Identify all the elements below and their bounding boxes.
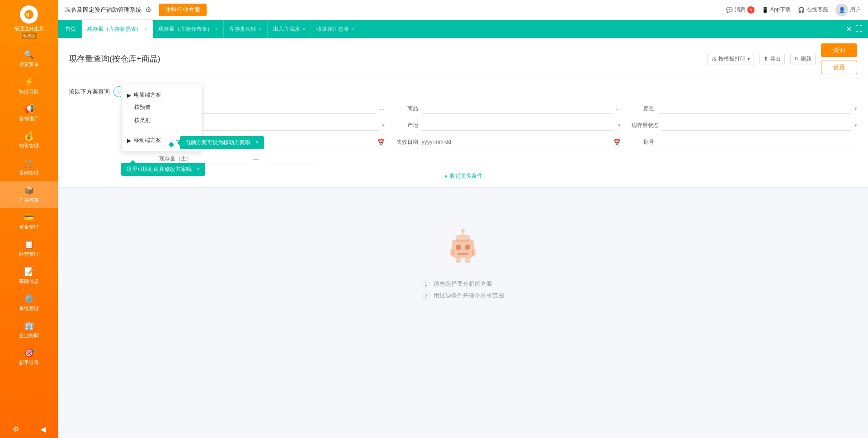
warehouse-dots[interactable]: ··· [379, 105, 385, 113]
tab-inventory-status-label: 现存量（库存状况表） [87, 25, 142, 33]
sidebar-collapse-btn[interactable]: ◀ [40, 425, 46, 433]
sidebar-item-operations[interactable]: 📋 经营管理 [0, 235, 58, 262]
topbar-plan-button[interactable]: 体验行业方案 [159, 4, 207, 16]
color-chevron-icon: ▾ [854, 106, 857, 112]
dot-indicator [169, 142, 174, 147]
purchase-icon: 🛒 [24, 158, 34, 168]
finance-icon: 💳 [24, 212, 34, 222]
query-button[interactable]: 查询 [821, 43, 857, 57]
sidebar-footer: ⚙ ◀ [0, 420, 58, 438]
tab-inventory-status[interactable]: 现存量（库存状况表） × [82, 20, 153, 38]
tooltip2-text: 这里可以创建和修改方案哦 [127, 166, 192, 172]
sidebar-item-sales[interactable]: 💰 销售管理 [0, 127, 58, 154]
app-download-item[interactable]: 📱 App下载 [762, 6, 791, 14]
origin-chevron-icon: ▾ [618, 122, 621, 128]
scheme-section-pc-header[interactable]: ▶ 电脑端方案 [122, 89, 202, 101]
online-support-item[interactable]: 🎧 在线客服 [798, 6, 828, 14]
tab-batch[interactable]: 库存批次账 × [224, 20, 268, 38]
tab-receive-summary-label: 收发存汇总表 [316, 25, 349, 33]
print-button[interactable]: 🖨 按模板打印 ▾ [707, 53, 754, 65]
filter-label: 按以下方案查询 [69, 88, 110, 96]
sidebar-label-inventory: 库存核算 [19, 197, 39, 203]
tab-home-label: 首页 [65, 25, 76, 33]
product-dots[interactable]: ··· [616, 105, 621, 113]
svg-point-12 [461, 229, 465, 232]
tabbar-close-all-icon[interactable]: ✕ [846, 25, 852, 33]
collapse-button[interactable]: ∧ 收起更多条件 [444, 172, 482, 180]
origin-select[interactable] [422, 120, 615, 131]
sidebar-item-guide[interactable]: 🎯 新手引导 [0, 344, 58, 371]
warehouse-select[interactable] [185, 104, 376, 114]
sidebar-label-sales: 销售管理 [19, 142, 39, 149]
tab-inventory-dist-close[interactable]: × [215, 27, 218, 32]
main-content: 装备及固定资产辅助管理系统 ⚙ 体验行业方案 💬 消息 8 📱 App下载 🎧 … [58, 0, 868, 438]
app-download-label: App下载 [770, 6, 791, 14]
sidebar-item-quick-nav[interactable]: ⚡ 快捷导航 [0, 72, 58, 99]
quick-nav-icon: ⚡ [24, 77, 34, 87]
chevron-up-icon: ∧ [444, 173, 448, 179]
sidebar-item-search[interactable]: 🔍 搜索菜单 [0, 45, 58, 72]
tab-inventory-status-close[interactable]: × [144, 27, 147, 32]
refresh-label: 刷新 [801, 55, 811, 63]
batch-input[interactable] [658, 137, 857, 147]
calendar-icon-2[interactable]: 📅 [613, 139, 621, 146]
sidebar-item-marketing[interactable]: 📢 营销推广 [0, 99, 58, 127]
tab-inout[interactable]: 出入库流水 × [268, 20, 311, 38]
tab-receive-summary[interactable]: 收发存汇总表 × [311, 20, 360, 38]
product-input[interactable] [422, 104, 612, 114]
sidebar-label-quick-nav: 快捷导航 [19, 88, 39, 95]
tooltip1-close[interactable]: × [255, 139, 259, 146]
stock-status-select[interactable] [662, 120, 851, 131]
scheme-item-category[interactable]: 按类别 [122, 114, 202, 127]
phone-icon: 📱 [762, 7, 769, 13]
export-button[interactable]: ⬆ 导出 [760, 53, 785, 65]
filter-expire-date: 失效日期 📅 [396, 137, 621, 147]
sidebar-item-system[interactable]: ⚙️ 系统管理 [0, 289, 58, 316]
sidebar-logo: 6 畅通道好生意 标准版 [0, 0, 58, 45]
topbar: 装备及固定资产辅助管理系统 ⚙ 体验行业方案 💬 消息 8 📱 App下载 🎧 … [58, 0, 868, 20]
filter-batch: 批号 [632, 137, 857, 147]
calendar-icon-1[interactable]: 📅 [377, 139, 385, 146]
scheme-item-warning[interactable]: 按预警 [122, 101, 202, 114]
user-label: 用户 [850, 6, 861, 14]
svg-point-5 [465, 245, 470, 250]
tab-batch-close[interactable]: × [259, 27, 262, 32]
filter-product: 商品 ··· [396, 104, 621, 114]
tabbar-expand-icon[interactable]: ⛶ [855, 25, 863, 33]
tab-inout-close[interactable]: × [303, 27, 306, 32]
tooltip2-close[interactable]: × [197, 166, 200, 172]
filter-area: 按以下方案查询 + ✎ « ▶ 电脑端方案 按预警 按类别 [58, 79, 868, 188]
tab-receive-summary-close[interactable]: × [352, 27, 354, 32]
filter-origin: 产地 ▾ [396, 120, 621, 131]
page: 现存量查询(按仓库+商品) 🖨 按模板打印 ▾ ⬆ 导出 ↻ 刷新 [58, 38, 868, 438]
empty-steps: 1 请先选择要分析的方案 2 用过滤条件来缩小分析范围 [422, 280, 504, 300]
sidebar-label-purchase: 采购管理 [19, 170, 39, 176]
message-item[interactable]: 💬 消息 8 [726, 6, 755, 14]
inventory-icon: 📦 [24, 185, 34, 195]
stock-qty-to-input[interactable] [263, 154, 317, 164]
tab-batch-label: 库存批次账 [229, 25, 256, 33]
step-num-2: 2 [422, 292, 430, 300]
svg-rect-10 [465, 258, 470, 263]
setting-button[interactable]: 设置 [821, 61, 857, 74]
sidebar-item-finance[interactable]: 💳 资金管理 [0, 208, 58, 235]
message-label: 消息 [735, 6, 745, 14]
sidebar-item-purchase[interactable]: 🛒 采购管理 [0, 154, 58, 181]
expire-date-input[interactable] [422, 137, 610, 147]
page-header: 现存量查询(按仓库+商品) 🖨 按模板打印 ▾ ⬆ 导出 ↻ 刷新 [58, 38, 868, 79]
tab-inventory-dist[interactable]: 现存量（库存分布表） × [153, 20, 224, 38]
system-icon: ⚙️ [24, 294, 34, 304]
size-select[interactable] [185, 120, 378, 131]
sidebar-item-enterprise[interactable]: 🏢 企业协同 [0, 316, 58, 344]
sidebar-item-inventory[interactable]: 📦 库存核算 [0, 181, 58, 208]
tab-home[interactable]: 首页 [60, 20, 82, 38]
export-label: 导出 [770, 55, 781, 63]
logo-badge: 标准版 [22, 33, 37, 39]
topbar-gear-icon[interactable]: ⚙ [145, 5, 151, 14]
sidebar-settings-btn[interactable]: ⚙ [13, 425, 19, 433]
refresh-button[interactable]: ↻ 刷新 [790, 53, 816, 65]
marketing-icon: 📢 [24, 104, 34, 114]
color-select[interactable] [658, 104, 851, 114]
user-item[interactable]: 👤 用户 [835, 4, 861, 16]
sidebar-item-basics[interactable]: 📝 基础信息 [0, 262, 58, 289]
